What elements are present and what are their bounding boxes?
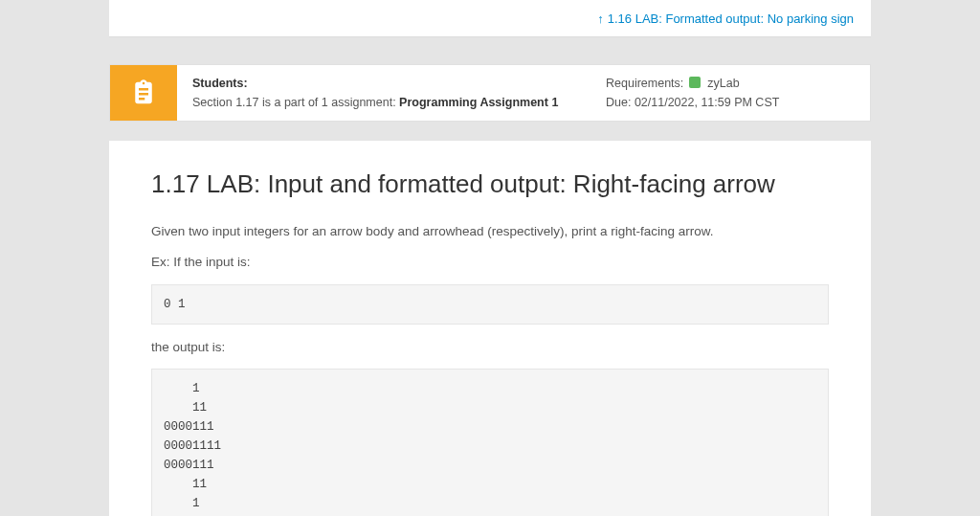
up-arrow-icon: ↑ [597, 11, 604, 26]
prev-nav-bar: ↑1.16 LAB: Formatted output: No parking … [109, 0, 871, 37]
lab-content: 1.17 LAB: Input and formatted output: Ri… [109, 141, 871, 516]
due-value: 02/11/2022, 11:59 PM CST [635, 96, 779, 109]
banner-left: Students: Section 1.17 is a part of 1 as… [192, 77, 606, 109]
requirements-value: zyLab [707, 77, 739, 90]
banner-heading: Students: [192, 77, 606, 90]
due-label: Due: [606, 96, 631, 109]
banner-body: Students: Section 1.17 is a part of 1 as… [177, 65, 870, 121]
lab-title: 1.17 LAB: Input and formatted output: Ri… [151, 169, 829, 199]
input-code-block: 0 1 [151, 284, 829, 325]
example-label: Ex: If the input is: [151, 253, 829, 272]
banner-section-text: Section 1.17 is a part of 1 assignment: … [192, 96, 606, 109]
section-prefix: Section 1.17 is a part of 1 assignment: [192, 96, 399, 109]
prev-lab-link[interactable]: ↑1.16 LAB: Formatted output: No parking … [597, 11, 854, 26]
requirements-label: Requirements: [606, 77, 683, 90]
due-row: Due: 02/11/2022, 11:59 PM CST [606, 96, 855, 109]
output-label: the output is: [151, 338, 829, 357]
lab-intro: Given two input integers for an arrow bo… [151, 222, 829, 241]
zylab-badge-icon [689, 77, 701, 88]
output-code-block: 1 11 0000111 00001111 0000111 11 1 [151, 369, 829, 516]
assignment-name: Programming Assignment 1 [399, 96, 558, 109]
clipboard-icon [110, 65, 177, 121]
prev-lab-label: 1.16 LAB: Formatted output: No parking s… [608, 11, 854, 26]
assignment-banner: Students: Section 1.17 is a part of 1 as… [109, 64, 871, 122]
banner-right: Requirements: zyLab Due: 02/11/2022, 11:… [606, 77, 855, 109]
requirements-row: Requirements: zyLab [606, 77, 855, 90]
